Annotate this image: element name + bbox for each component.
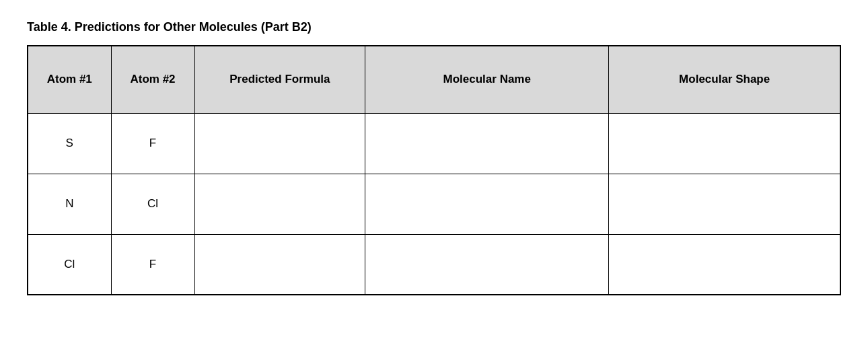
table-header-row: Atom #1 Atom #2 Predicted Formula Molecu… [28, 46, 840, 113]
cell-atom1: N [28, 174, 111, 234]
cell-atom2: F [111, 113, 194, 174]
header-shape: Molecular Shape [609, 46, 840, 113]
cell-atom1: Cl [28, 234, 111, 295]
page-title: Table 4. Predictions for Other Molecules… [27, 20, 841, 34]
header-name: Molecular Name [365, 46, 609, 113]
cell-shape [609, 113, 840, 174]
header-atom2: Atom #2 [111, 46, 194, 113]
cell-shape [609, 174, 840, 234]
table-row: ClF [28, 234, 840, 295]
cell-formula [194, 234, 365, 295]
cell-name [365, 234, 609, 295]
table-row: SF [28, 113, 840, 174]
header-formula: Predicted Formula [194, 46, 365, 113]
cell-atom2: Cl [111, 174, 194, 234]
predictions-table: Atom #1 Atom #2 Predicted Formula Molecu… [27, 45, 841, 295]
cell-formula [194, 113, 365, 174]
header-atom1: Atom #1 [28, 46, 111, 113]
cell-atom2: F [111, 234, 194, 295]
cell-formula [194, 174, 365, 234]
cell-atom1: S [28, 113, 111, 174]
table-row: NCl [28, 174, 840, 234]
cell-name [365, 113, 609, 174]
cell-name [365, 174, 609, 234]
cell-shape [609, 234, 840, 295]
